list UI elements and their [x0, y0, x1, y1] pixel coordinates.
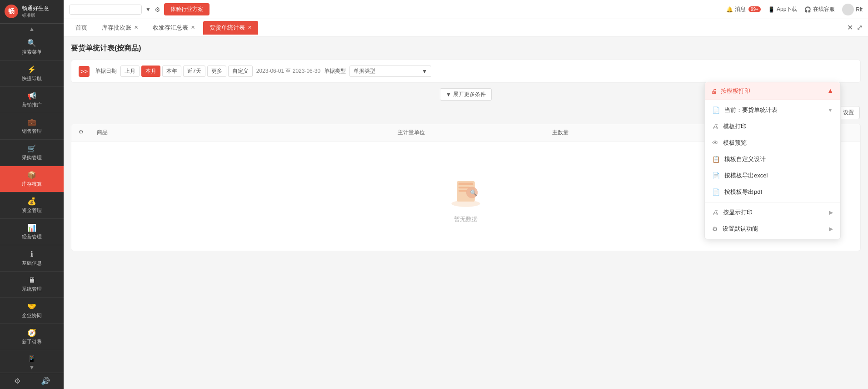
date-btn-自定义[interactable]: 自定义 — [228, 66, 253, 77]
sidebar-scroll-down[interactable]: ▼ — [0, 362, 64, 373]
topbar-gear-icon[interactable]: ⚙ — [155, 6, 160, 13]
print-dropdown-title: 🖨 按模板打印 — [711, 87, 750, 95]
main-content: ▼ ⚙ 体验行业方案 🔔 消息 99+ 📱 App下载 🎧 在线客服 Rit — [64, 0, 868, 389]
print-dropdown-close-btn[interactable]: ▲ — [827, 87, 834, 95]
item-icon: 📄 — [712, 188, 720, 196]
industry-btn[interactable]: 体验行业方案 — [164, 3, 210, 15]
sidebar-item-新手引导[interactable]: 🧭 新手引导 — [0, 324, 64, 350]
date-btn-更多[interactable]: 更多 — [207, 66, 226, 77]
nav-label: 销售管理 — [22, 128, 42, 135]
nav-label: 库存核算 — [22, 181, 42, 187]
date-btn-上月[interactable]: 上月 — [120, 66, 140, 77]
tab-close-btn[interactable]: ✕ — [134, 25, 138, 30]
expand-more-btn[interactable]: ▼ 展开更多条件 — [440, 88, 492, 101]
app-download-label: App下载 — [777, 5, 797, 13]
print-dropdown: 🖨 按模板打印 ▲ 📄 当前：要货单统计表 ▼ 🖨 模板打印 👁 模板预览 — [704, 82, 841, 239]
tab-close-btn[interactable]: ✕ — [248, 25, 252, 30]
item-left: ⚙ 设置默认功能 — [712, 225, 758, 233]
date-btn-近7天[interactable]: 近7天 — [183, 66, 205, 77]
sidebar-item-搜索菜单[interactable]: 🔍 搜索菜单 — [0, 34, 64, 61]
tab-首页[interactable]: 首页 — [69, 21, 94, 35]
nav-label: 资金管理 — [22, 207, 42, 214]
sidebar-item-快捷导航[interactable]: ⚡ 快捷导航 — [0, 61, 64, 87]
nav-icon: 🧭 — [27, 328, 36, 337]
item-icon: 📋 — [712, 156, 720, 163]
tab-controls: ✕ ⤢ — [847, 23, 863, 32]
item-icon: 📄 — [712, 172, 720, 179]
settings-icon[interactable]: ⚙ — [14, 377, 20, 385]
item-label: 按模板导出excel — [724, 172, 768, 180]
dropdown-item-按模板导出excel[interactable]: 📄 按模板导出excel — [705, 167, 840, 184]
messages-btn[interactable]: 🔔 消息 99+ — [726, 5, 761, 13]
nav-icon: 📱 — [27, 355, 36, 362]
nav-label: 采购管理 — [22, 154, 42, 161]
topbar-dropdown-icon[interactable]: ▼ — [145, 6, 151, 13]
dropdown-item-按显示打印[interactable]: 🖨 按显示打印 ▶ — [705, 204, 840, 221]
tab-要货单统计表[interactable]: 要货单统计表✕ — [203, 21, 258, 35]
date-btn-本月[interactable]: 本月 — [141, 66, 160, 77]
sidebar-item-基础信息[interactable]: ℹ 基础信息 — [0, 245, 64, 272]
sidebar-item-系统管理[interactable]: 🖥 系统管理 — [0, 272, 64, 298]
avatar — [842, 4, 854, 15]
username: Rit — [856, 6, 863, 13]
topbar-right: 🔔 消息 99+ 📱 App下载 🎧 在线客服 Rit — [726, 4, 863, 15]
dropdown-item-模板打印[interactable]: 🖨 模板打印 — [705, 118, 840, 135]
item-label: 按模板导出pdf — [724, 188, 762, 196]
current-template-left: 📄 当前：要货单统计表 — [712, 106, 778, 114]
date-range-display: 2023-06-01 至 2023-06-30 — [256, 67, 320, 75]
tab-收发存汇总表[interactable]: 收发存汇总表✕ — [146, 21, 201, 35]
close-all-tabs-btn[interactable]: ✕ — [847, 23, 853, 32]
gear-col-icon[interactable]: ⚙ — [79, 129, 84, 135]
current-template-item[interactable]: 📄 当前：要货单统计表 ▼ — [705, 102, 840, 118]
dropdown-item-模板预览[interactable]: 👁 模板预览 — [705, 135, 840, 151]
user-avatar-btn[interactable]: Rit — [842, 4, 863, 15]
nav-icon: 📦 — [27, 171, 36, 179]
service-icon: 🎧 — [804, 6, 811, 13]
dropdown-item-设置默认功能[interactable]: ⚙ 设置默认功能 ▶ — [705, 221, 840, 237]
nav-label: 基础信息 — [22, 260, 42, 267]
tab-close-btn[interactable]: ✕ — [191, 25, 195, 30]
sidebar-item-营销推广[interactable]: 📢 营销推广 — [0, 87, 64, 113]
nav-icon: 📊 — [27, 223, 36, 232]
download-icon: 📱 — [768, 6, 775, 13]
speaker-icon[interactable]: 🔊 — [41, 377, 50, 385]
app-download-btn[interactable]: 📱 App下载 — [768, 5, 797, 13]
svg-rect-4 — [459, 190, 468, 192]
sidebar-item-销售管理[interactable]: 💼 销售管理 — [0, 113, 64, 140]
maximize-btn[interactable]: ⤢ — [857, 23, 863, 32]
nav-icon: 🔍 — [27, 39, 36, 47]
sidebar-item-资金管理[interactable]: 💰 资金管理 — [0, 192, 64, 219]
item-icon: 👁 — [712, 139, 718, 147]
messages-badge: 99+ — [748, 6, 761, 12]
filter-expand-btn[interactable]: >> — [79, 66, 90, 77]
item-icon: ⚙ — [712, 225, 718, 232]
sidebar-scroll-up[interactable]: ▲ — [0, 24, 64, 34]
type-select-arrow: ▼ — [422, 68, 427, 75]
sidebar-item-应用中心[interactable]: 📱 应用中心 — [0, 350, 64, 362]
topbar: ▼ ⚙ 体验行业方案 🔔 消息 99+ 📱 App下载 🎧 在线客服 Rit — [64, 0, 868, 19]
type-select[interactable]: 单据类型 ▼ — [349, 66, 431, 77]
print-items-list: 🖨 模板打印 👁 模板预览 📋 模板自定义设计 📄 按模板导出excel 📄 按… — [705, 118, 840, 237]
bell-icon: 🔔 — [726, 6, 733, 13]
table-header-col-2: 主计量单位 — [394, 124, 548, 141]
sidebar-logo[interactable]: 畅 畅通好生意 标准版 — [0, 0, 64, 24]
sidebar-item-企业协同[interactable]: 🤝 企业协同 — [0, 298, 64, 324]
online-service-label: 在线客服 — [813, 5, 835, 13]
topbar-search-input[interactable] — [69, 5, 142, 15]
dropdown-item-模板自定义设计[interactable]: 📋 模板自定义设计 — [705, 151, 840, 167]
sidebar-item-采购管理[interactable]: 🛒 采购管理 — [0, 140, 64, 166]
nav-label: 系统管理 — [22, 286, 42, 293]
sidebar-item-经营管理[interactable]: 📊 经营管理 — [0, 219, 64, 245]
online-service-btn[interactable]: 🎧 在线客服 — [804, 5, 835, 13]
printer-icon: 🖨 — [711, 88, 717, 95]
sidebar-item-库存核算[interactable]: 📦 库存核算 — [0, 166, 64, 192]
tab-库存批次账[interactable]: 库存批次账✕ — [95, 21, 145, 35]
current-template-arrow: ▼ — [828, 107, 833, 113]
type-filter-label: 单据类型 — [324, 67, 346, 75]
date-btn-本年[interactable]: 本年 — [162, 66, 181, 77]
expand-icon: ▼ — [446, 91, 451, 98]
doc-icon: 📄 — [712, 106, 720, 114]
table-header-col-1: 商品 — [93, 124, 394, 141]
dropdown-item-按模板导出pdf[interactable]: 📄 按模板导出pdf — [705, 184, 840, 200]
item-label: 设置默认功能 — [723, 225, 758, 233]
